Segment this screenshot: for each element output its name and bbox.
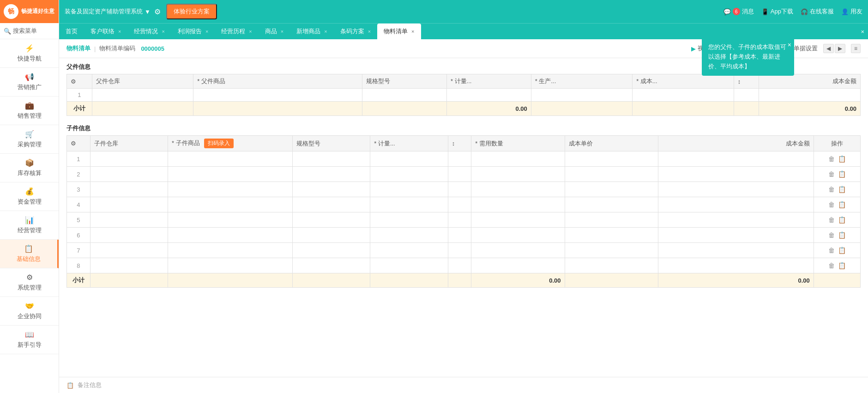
tab-operation-close[interactable]: × bbox=[162, 29, 164, 34]
parent-row-1-goods[interactable] bbox=[193, 89, 362, 102]
child-row-3-spec[interactable] bbox=[292, 182, 370, 197]
child-row-4-unit[interactable] bbox=[370, 197, 448, 212]
sidebar-item-operation[interactable]: 📊 经营管理 bbox=[0, 211, 59, 240]
nav-next-btn[interactable]: ▶ bbox=[835, 44, 845, 53]
child-row-5-unit-cost[interactable] bbox=[565, 212, 658, 228]
child-row-2-warehouse[interactable] bbox=[90, 167, 168, 182]
child-row-1-goods[interactable] bbox=[168, 151, 293, 167]
parent-row-1-produce[interactable] bbox=[531, 89, 632, 102]
tooltip-close-btn[interactable]: × bbox=[788, 40, 791, 50]
child-row-6-spec[interactable] bbox=[292, 228, 370, 243]
child-row-7-warehouse[interactable] bbox=[90, 243, 168, 258]
sidebar-item-quick-nav[interactable]: ⚡ 快捷导航 bbox=[0, 39, 59, 68]
child-row-5-sort[interactable] bbox=[448, 212, 471, 228]
child-row-8-unit-cost[interactable] bbox=[565, 258, 658, 273]
child-row-3-qty[interactable] bbox=[471, 182, 565, 197]
child-row-7-sort[interactable] bbox=[448, 243, 471, 258]
child-row-4-copy-btn[interactable]: 📋 bbox=[837, 200, 847, 209]
child-row-1-spec[interactable] bbox=[292, 151, 370, 167]
sidebar-item-sales[interactable]: 💼 销售管理 bbox=[0, 97, 59, 125]
child-row-3-delete-btn[interactable]: 🗑 bbox=[827, 185, 836, 194]
child-row-2-sort[interactable] bbox=[448, 167, 471, 182]
expand-btn[interactable]: ≡ bbox=[851, 44, 861, 53]
sidebar-item-marketing[interactable]: 📢 营销推广 bbox=[0, 68, 59, 97]
tab-goods[interactable]: 商品× bbox=[259, 24, 290, 39]
tab-barcode-close[interactable]: × bbox=[368, 29, 371, 34]
child-row-6-unit-cost[interactable] bbox=[565, 228, 658, 243]
child-row-2-copy-btn[interactable]: 📋 bbox=[837, 169, 847, 179]
child-row-6-sort[interactable] bbox=[448, 228, 471, 243]
user-menu[interactable]: 👤 用友 bbox=[841, 7, 862, 16]
tab-history[interactable]: 经营历程× bbox=[215, 24, 258, 39]
child-row-2-qty[interactable] bbox=[471, 167, 565, 182]
child-row-2-goods[interactable] bbox=[168, 167, 293, 182]
child-row-5-goods[interactable] bbox=[168, 212, 293, 228]
tab-customer-close[interactable]: × bbox=[118, 29, 121, 34]
scan-input-btn[interactable]: 扫码录入 bbox=[204, 139, 234, 148]
child-row-3-unit-cost[interactable] bbox=[565, 182, 658, 197]
message-btn[interactable]: 💬 6 消息 bbox=[723, 7, 754, 16]
child-row-7-spec[interactable] bbox=[292, 243, 370, 258]
child-row-4-qty[interactable] bbox=[471, 197, 565, 212]
trial-button[interactable]: 体验行业方案 bbox=[166, 4, 217, 19]
close-all-tabs[interactable]: × bbox=[857, 28, 868, 35]
child-row-7-qty[interactable] bbox=[471, 243, 565, 258]
tab-bom-close[interactable]: × bbox=[411, 29, 414, 34]
tab-profit-close[interactable]: × bbox=[205, 29, 208, 34]
child-row-7-unit-cost[interactable] bbox=[565, 243, 658, 258]
tab-new-goods[interactable]: 新增商品× bbox=[290, 24, 333, 39]
child-row-7-copy-btn[interactable]: 📋 bbox=[837, 246, 847, 255]
child-row-3-warehouse[interactable] bbox=[90, 182, 168, 197]
child-row-8-sort[interactable] bbox=[448, 258, 471, 273]
child-row-5-qty[interactable] bbox=[471, 212, 565, 228]
child-row-1-warehouse[interactable] bbox=[90, 151, 168, 167]
child-row-1-copy-btn[interactable]: 📋 bbox=[837, 154, 847, 163]
child-row-4-spec[interactable] bbox=[292, 197, 370, 212]
tab-home[interactable]: 首页 bbox=[59, 24, 84, 39]
parent-row-1-sort[interactable] bbox=[734, 89, 759, 102]
parent-row-1-cost[interactable] bbox=[633, 89, 734, 102]
child-row-8-unit[interactable] bbox=[370, 258, 448, 273]
child-row-4-unit-cost[interactable] bbox=[565, 197, 658, 212]
sidebar-item-enterprise[interactable]: 🤝 企业协同 bbox=[0, 297, 59, 326]
child-row-1-qty[interactable] bbox=[471, 151, 565, 167]
app-download-btn[interactable]: 📱 App下载 bbox=[761, 7, 793, 16]
child-row-1-unit[interactable] bbox=[370, 151, 448, 167]
sidebar-item-finance[interactable]: 💰 资金管理 bbox=[0, 182, 59, 211]
child-row-5-delete-btn[interactable]: 🗑 bbox=[827, 215, 836, 224]
online-service-btn[interactable]: 🎧 在线客服 bbox=[801, 7, 834, 16]
tab-goods-close[interactable]: × bbox=[281, 29, 283, 34]
child-row-6-copy-btn[interactable]: 📋 bbox=[837, 230, 847, 240]
child-row-1-sort[interactable] bbox=[448, 151, 471, 167]
child-row-3-sort[interactable] bbox=[448, 182, 471, 197]
sidebar-item-guide[interactable]: 📖 新手引导 bbox=[0, 326, 59, 354]
child-row-2-delete-btn[interactable]: 🗑 bbox=[827, 169, 836, 179]
child-row-8-delete-btn[interactable]: 🗑 bbox=[827, 261, 836, 270]
child-row-4-sort[interactable] bbox=[448, 197, 471, 212]
sidebar-item-purchase[interactable]: 🛒 采购管理 bbox=[0, 125, 59, 154]
child-row-6-delete-btn[interactable]: 🗑 bbox=[827, 230, 836, 240]
sidebar-item-inventory[interactable]: 📦 库存核算 bbox=[0, 154, 59, 182]
child-row-8-qty[interactable] bbox=[471, 258, 565, 273]
tab-new-goods-close[interactable]: × bbox=[324, 29, 327, 34]
child-row-3-copy-btn[interactable]: 📋 bbox=[837, 185, 847, 194]
child-row-3-goods[interactable] bbox=[168, 182, 293, 197]
parent-row-1-unit[interactable] bbox=[446, 89, 531, 102]
child-row-4-goods[interactable] bbox=[168, 197, 293, 212]
child-row-8-spec[interactable] bbox=[292, 258, 370, 273]
child-row-5-warehouse[interactable] bbox=[90, 212, 168, 228]
child-row-7-delete-btn[interactable]: 🗑 bbox=[827, 246, 836, 255]
parent-row-1-warehouse[interactable] bbox=[92, 89, 193, 102]
child-row-6-unit[interactable] bbox=[370, 228, 448, 243]
tab-history-close[interactable]: × bbox=[249, 29, 252, 34]
sidebar-item-basic[interactable]: 📋 基础信息 bbox=[0, 240, 59, 268]
tab-bom[interactable]: 物料清单× bbox=[377, 24, 421, 39]
child-row-7-goods[interactable] bbox=[168, 243, 293, 258]
child-row-1-delete-btn[interactable]: 🗑 bbox=[827, 154, 836, 163]
tab-profit[interactable]: 利润报告× bbox=[171, 24, 215, 39]
child-row-5-spec[interactable] bbox=[292, 212, 370, 228]
parent-row-1-spec[interactable] bbox=[362, 89, 447, 102]
child-row-8-warehouse[interactable] bbox=[90, 258, 168, 273]
child-row-6-qty[interactable] bbox=[471, 228, 565, 243]
child-row-5-copy-btn[interactable]: 📋 bbox=[837, 215, 847, 224]
